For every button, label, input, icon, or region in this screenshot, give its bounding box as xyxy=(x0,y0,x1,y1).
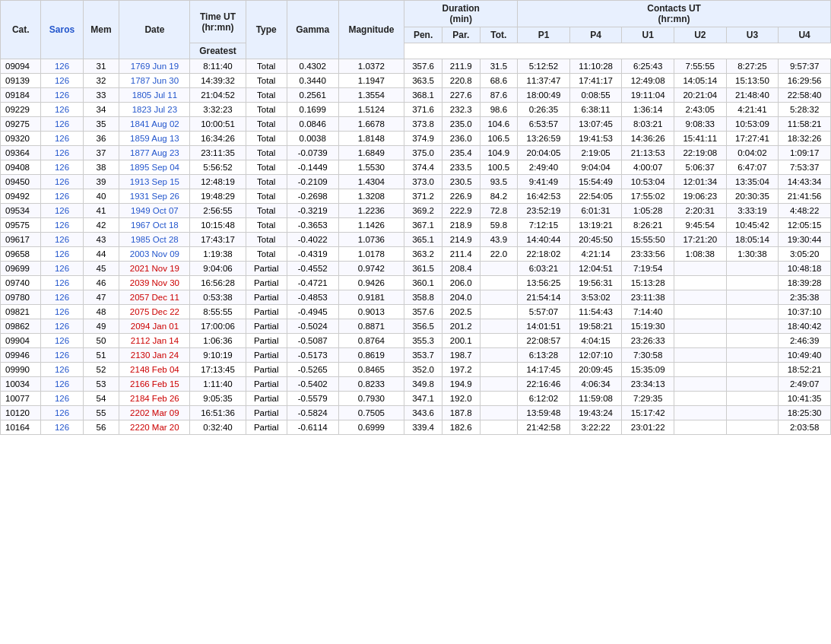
table-row: 09534126411949 Oct 072:56:55Total-0.3219… xyxy=(1,204,831,218)
table-cell: 1823 Jul 23 xyxy=(119,103,190,117)
table-cell: Total xyxy=(246,175,287,189)
table-cell: 16:51:36 xyxy=(190,406,246,420)
table-cell: 09658 xyxy=(1,247,41,262)
table-cell: 23:11:35 xyxy=(190,146,246,160)
table-cell: 8:03:21 xyxy=(622,117,674,132)
table-row: 09780126472057 Dec 110:53:38Partial-0.48… xyxy=(1,290,831,305)
table-cell: 6:47:07 xyxy=(726,160,779,175)
table-cell: 3:22:22 xyxy=(569,420,622,435)
table-cell: 18:00:49 xyxy=(518,88,570,103)
header-row-1: Cat. Saros Mem Date Time UT(hr:mn) Type … xyxy=(1,1,831,27)
table-cell: 23:52:19 xyxy=(518,204,570,218)
table-cell: 200.1 xyxy=(442,334,480,348)
table-cell: -0.2109 xyxy=(287,175,338,189)
table-cell: 126 xyxy=(41,334,83,348)
table-cell: 373.8 xyxy=(404,117,442,132)
table-cell: 98.6 xyxy=(480,103,518,117)
table-cell: 14:40:44 xyxy=(518,233,570,247)
table-cell: 0.8764 xyxy=(338,334,404,348)
table-cell: 222.9 xyxy=(442,204,480,218)
table-cell: Partial xyxy=(246,420,287,435)
table-cell: 11:10:28 xyxy=(569,59,622,74)
table-cell: 2:20:31 xyxy=(674,204,727,218)
table-cell: 09862 xyxy=(1,319,41,334)
table-cell: 0:32:40 xyxy=(190,420,246,435)
table-cell: Total xyxy=(246,146,287,160)
table-cell: 3:33:19 xyxy=(726,204,779,218)
eclipse-table: Cat. Saros Mem Date Time UT(hr:mn) Type … xyxy=(0,0,831,435)
table-cell: 2130 Jan 24 xyxy=(119,348,190,363)
table-cell: 22:58:40 xyxy=(779,88,831,103)
table-cell xyxy=(726,406,779,420)
table-row: 09320126361859 Aug 1316:34:26Total0.0038… xyxy=(1,132,831,146)
table-cell: 15:13:28 xyxy=(622,276,674,290)
table-cell: 2:49:07 xyxy=(779,377,831,392)
table-cell: 8:55:55 xyxy=(190,305,246,319)
table-cell: 375.0 xyxy=(404,146,442,160)
table-cell: 192.0 xyxy=(442,392,480,406)
table-cell: 9:41:49 xyxy=(518,175,570,189)
table-cell: -0.0739 xyxy=(287,146,338,160)
table-cell: 17:43:17 xyxy=(190,233,246,247)
table-cell: 84.2 xyxy=(480,189,518,204)
table-cell: 52 xyxy=(83,363,119,377)
table-cell: 13:26:59 xyxy=(518,132,570,146)
table-cell: 10:45:42 xyxy=(726,218,779,233)
table-cell: 233.5 xyxy=(442,160,480,175)
table-cell: 126 xyxy=(41,392,83,406)
table-cell: 15:13:50 xyxy=(726,74,779,88)
table-cell: 18:39:28 xyxy=(779,276,831,290)
table-cell: 1:05:28 xyxy=(622,204,674,218)
table-cell: -0.4022 xyxy=(287,233,338,247)
table-cell: 1.5530 xyxy=(338,160,404,175)
table-cell: 8:26:21 xyxy=(622,218,674,233)
table-cell: 1787 Jun 30 xyxy=(119,74,190,88)
table-cell: 206.0 xyxy=(442,276,480,290)
table-cell: 0.8465 xyxy=(338,363,404,377)
table-cell: 232.3 xyxy=(442,103,480,117)
table-cell xyxy=(674,334,727,348)
table-cell: 32 xyxy=(83,74,119,88)
table-cell: 126 xyxy=(41,189,83,204)
table-cell: -0.5402 xyxy=(287,377,338,392)
table-cell: 357.6 xyxy=(404,59,442,74)
table-cell: 14:01:51 xyxy=(518,319,570,334)
table-cell: -0.5824 xyxy=(287,406,338,420)
table-cell: 0.9181 xyxy=(338,290,404,305)
table-cell: 56 xyxy=(83,420,119,435)
table-cell: 17:55:02 xyxy=(622,189,674,204)
table-cell: 10:00:51 xyxy=(190,117,246,132)
table-cell: 1931 Sep 26 xyxy=(119,189,190,204)
col-duration-header: Duration(min) xyxy=(404,1,518,27)
table-cell: 19:56:31 xyxy=(569,276,622,290)
table-row: 09364126371877 Aug 2323:11:35Total-0.073… xyxy=(1,146,831,160)
table-cell: 12:48:19 xyxy=(190,175,246,189)
table-cell: 37 xyxy=(83,146,119,160)
table-cell: 21:48:40 xyxy=(726,88,779,103)
table-cell: -0.5087 xyxy=(287,334,338,348)
table-cell: 09780 xyxy=(1,290,41,305)
col-u3: U3 xyxy=(726,27,779,43)
table-cell: 41 xyxy=(83,204,119,218)
col-u2: U2 xyxy=(674,27,727,43)
table-cell: 343.6 xyxy=(404,406,442,420)
table-cell: 22:18:02 xyxy=(518,247,570,262)
table-cell: 10:53:04 xyxy=(622,175,674,189)
table-cell: Total xyxy=(246,74,287,88)
table-cell: Total xyxy=(246,132,287,146)
table-cell: 226.9 xyxy=(442,189,480,204)
table-cell: 53 xyxy=(83,377,119,392)
table-cell: 220.8 xyxy=(442,74,480,88)
table-cell: 7:19:54 xyxy=(622,262,674,276)
table-cell: Total xyxy=(246,117,287,132)
table-cell: 1.0372 xyxy=(338,59,404,74)
table-cell xyxy=(674,276,727,290)
table-cell: 9:04:04 xyxy=(569,160,622,175)
table-cell: 4:21:14 xyxy=(569,247,622,262)
table-cell: 48 xyxy=(83,305,119,319)
table-cell: 5:06:37 xyxy=(674,160,727,175)
table-cell: 47 xyxy=(83,290,119,305)
table-cell: Total xyxy=(246,189,287,204)
table-body: 09094126311769 Jun 198:11:40Total0.43021… xyxy=(1,59,831,435)
table-cell: 20:04:05 xyxy=(518,146,570,160)
